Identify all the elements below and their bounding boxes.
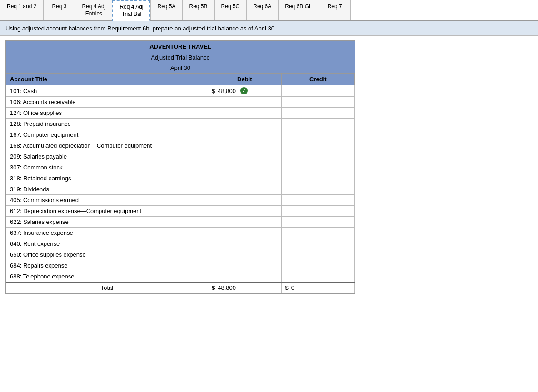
table-row: 405: Commissions earned bbox=[6, 195, 355, 206]
account-cell: 168: Accumulated depreciation—Computer e… bbox=[6, 140, 208, 151]
total-row: Total$48,800$0 bbox=[6, 282, 355, 293]
total-credit-cell: $0 bbox=[281, 282, 354, 293]
credit-cell bbox=[281, 97, 354, 108]
credit-cell bbox=[281, 119, 354, 129]
report-date: April 30 bbox=[170, 65, 190, 71]
account-cell: 106: Accounts receivable bbox=[6, 97, 208, 108]
table-row: 612: Depreciation expense—Computer equip… bbox=[6, 206, 355, 217]
total-credit-dollar: $ bbox=[285, 284, 289, 291]
account-cell: 307: Common stock bbox=[6, 162, 208, 173]
company-name: ADVENTURE TRAVEL bbox=[149, 43, 211, 50]
tab-req6a[interactable]: Req 6A bbox=[246, 0, 278, 20]
report-date-header: April 30 bbox=[6, 63, 355, 73]
credit-cell bbox=[281, 249, 354, 260]
tab-req4adjentries[interactable]: Req 4 AdjEntries bbox=[75, 0, 112, 20]
credit-cell bbox=[281, 129, 354, 140]
company-name-header: ADVENTURE TRAVEL bbox=[6, 41, 355, 52]
account-cell: 650: Office supplies expense bbox=[6, 249, 208, 260]
table-row: 167: Computer equipment bbox=[6, 129, 355, 140]
table-row: 688: Telephone expense bbox=[6, 271, 355, 283]
account-cell: 640: Rent expense bbox=[6, 238, 208, 249]
total-credit-amount: 0 bbox=[291, 284, 294, 291]
debit-amount: 48,800 bbox=[218, 88, 236, 94]
debit-cell bbox=[208, 206, 281, 217]
credit-cell bbox=[281, 184, 354, 195]
table-row: 622: Salaries expense bbox=[6, 217, 355, 228]
account-cell: 318: Retained earnings bbox=[6, 173, 208, 184]
account-cell: 128: Prepaid insurance bbox=[6, 119, 208, 129]
credit-cell bbox=[281, 151, 354, 162]
report-title: Adjusted Trial Balance bbox=[151, 54, 209, 61]
report-title-header: Adjusted Trial Balance bbox=[6, 52, 355, 63]
total-debit-cell: $48,800 bbox=[208, 282, 281, 293]
debit-cell bbox=[208, 217, 281, 228]
credit-cell bbox=[281, 108, 354, 119]
debit-cell bbox=[208, 162, 281, 173]
credit-cell bbox=[281, 228, 354, 238]
credit-cell bbox=[281, 195, 354, 206]
tab-req6bgl[interactable]: Req 6B GL bbox=[278, 0, 319, 20]
table-row: 106: Accounts receivable bbox=[6, 97, 355, 108]
tab-req4adjtribal[interactable]: Req 4 AdjTrial Bal bbox=[112, 0, 150, 21]
debit-cell bbox=[208, 260, 281, 271]
debit-cell bbox=[208, 249, 281, 260]
credit-cell bbox=[281, 206, 354, 217]
debit-cell bbox=[208, 97, 281, 108]
account-cell: 684: Repairs expense bbox=[6, 260, 208, 271]
account-cell: 124: Office supplies bbox=[6, 108, 208, 119]
table-row: 168: Accumulated depreciation—Computer e… bbox=[6, 140, 355, 151]
table-row: 319: Dividends bbox=[6, 184, 355, 195]
debit-cell bbox=[208, 173, 281, 184]
account-cell: 622: Salaries expense bbox=[6, 217, 208, 228]
col-debit-header: Debit bbox=[208, 74, 281, 85]
account-cell: 209: Salaries payable bbox=[6, 151, 208, 162]
total-debit-dollar: $ bbox=[212, 284, 215, 291]
credit-cell bbox=[281, 140, 354, 151]
debit-cell bbox=[208, 140, 281, 151]
credit-cell bbox=[281, 162, 354, 173]
credit-cell bbox=[281, 238, 354, 249]
debit-cell bbox=[208, 129, 281, 140]
debit-cell bbox=[208, 195, 281, 206]
tab-req7[interactable]: Req 7 bbox=[319, 0, 351, 20]
table-row: 307: Common stock bbox=[6, 162, 355, 173]
table-row: 650: Office supplies expense bbox=[6, 249, 355, 260]
table-row: 684: Repairs expense bbox=[6, 260, 355, 271]
table-row: 640: Rent expense bbox=[6, 238, 355, 249]
credit-cell bbox=[281, 260, 354, 271]
debit-cell bbox=[208, 184, 281, 195]
debit-cell bbox=[208, 271, 281, 283]
account-cell: 405: Commissions earned bbox=[6, 195, 208, 206]
tab-req3[interactable]: Req 3 bbox=[43, 0, 75, 20]
tab-bar: Req 1 and 2 Req 3 Req 4 AdjEntries Req 4… bbox=[0, 0, 538, 21]
col-credit-header: Credit bbox=[281, 74, 354, 85]
debit-cell bbox=[208, 228, 281, 238]
debit-cell bbox=[208, 238, 281, 249]
total-label: Total bbox=[6, 282, 208, 293]
instruction-text: Using adjusted account balances from Req… bbox=[5, 25, 276, 32]
main-content: ADVENTURE TRAVEL Adjusted Trial Balance … bbox=[0, 40, 538, 294]
credit-cell bbox=[281, 217, 354, 228]
table-row: 124: Office supplies bbox=[6, 108, 355, 119]
account-cell: 612: Depreciation expense—Computer equip… bbox=[6, 206, 208, 217]
credit-cell bbox=[281, 173, 354, 184]
total-debit-amount: 48,800 bbox=[218, 284, 236, 291]
debit-cell[interactable]: $48,800✓ bbox=[208, 85, 281, 97]
debit-cell bbox=[208, 151, 281, 162]
trial-balance-table-container: ADVENTURE TRAVEL Adjusted Trial Balance … bbox=[5, 40, 355, 294]
table-row: 101: Cash$48,800✓ bbox=[6, 85, 355, 97]
credit-cell bbox=[281, 271, 354, 283]
col-account-header: Account Title bbox=[6, 74, 208, 85]
account-cell: 167: Computer equipment bbox=[6, 129, 208, 140]
tab-req1and2[interactable]: Req 1 and 2 bbox=[0, 0, 43, 20]
tab-req5b[interactable]: Req 5B bbox=[183, 0, 214, 20]
table-row: 209: Salaries payable bbox=[6, 151, 355, 162]
instruction-bar: Using adjusted account balances from Req… bbox=[0, 21, 538, 36]
table-row: 128: Prepaid insurance bbox=[6, 119, 355, 129]
data-table: Account Title Debit Credit 101: Cash$48,… bbox=[6, 73, 355, 293]
account-cell: 637: Insurance expense bbox=[6, 228, 208, 238]
account-cell: 319: Dividends bbox=[6, 184, 208, 195]
tab-req5a[interactable]: Req 5A bbox=[150, 0, 182, 20]
debit-cell bbox=[208, 108, 281, 119]
tab-req5c[interactable]: Req 5C bbox=[214, 0, 247, 20]
